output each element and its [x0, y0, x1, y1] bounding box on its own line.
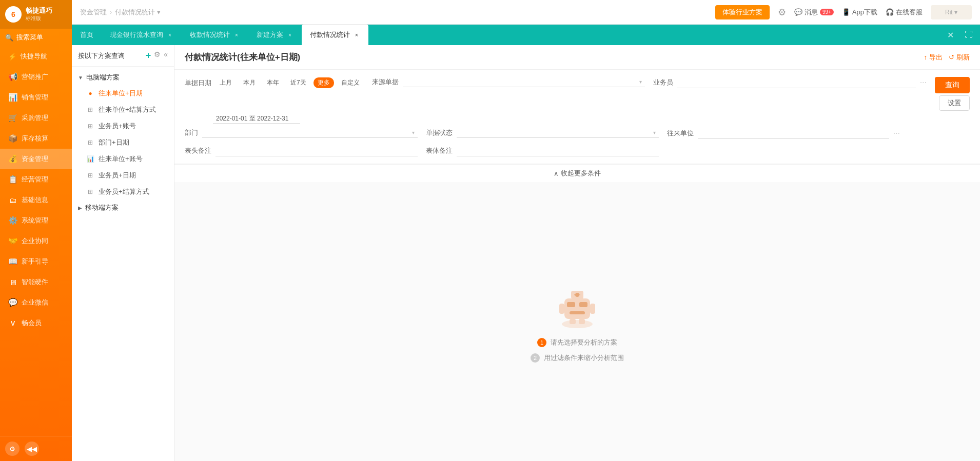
guide-icon: 📖	[8, 257, 17, 266]
scheme-list: ▼ 电脑端方案 ● 往来单位+日期 ⊞ 往来单位+结算方式 ⊞	[72, 67, 174, 461]
content-area: 按以下方案查询 + ⚙ « ▼ 电脑端方案 ●	[72, 45, 980, 461]
sidebar-footer: ⚙ ◀◀	[0, 436, 72, 461]
sidebar-item-guide[interactable]: 📖 新手引导	[0, 251, 72, 272]
collapse-scheme-panel-icon[interactable]: «	[164, 50, 168, 61]
scheme-item-unit-settle[interactable]: ⊞ 往来单位+结算方式	[72, 102, 174, 118]
column-settings-button[interactable]: 设置	[939, 95, 970, 111]
unit-input[interactable]	[698, 128, 889, 139]
tab-receivable[interactable]: 收款情况统计 ×	[182, 25, 248, 45]
sidebar-item-cooperation[interactable]: 🤝 企业协同	[0, 231, 72, 251]
sidebar-item-smart-hw[interactable]: 🖥 智能硬件	[0, 272, 72, 292]
scheme-group-mobile-header[interactable]: ▶ 移动端方案	[72, 200, 174, 215]
breadcrumb-sep: ›	[110, 8, 112, 16]
step-2-num: 2	[531, 353, 540, 363]
sidebar-item-wechat[interactable]: 💬 企业微信	[0, 292, 72, 313]
header-actions: 体验行业方案 ⚙ 💬 消息 99+ 📱 App下载 🎧 在线客服 Rit ▾	[715, 5, 972, 19]
page-title: 付款情况统计(往来单位+日期)	[185, 51, 300, 63]
sidebar-item-operations[interactable]: 📋 经营管理	[0, 169, 72, 190]
tab-payment-stat[interactable]: 付款情况统计 ×	[302, 25, 368, 45]
scheme-item-staff-account[interactable]: ⊞ 业务员+账号	[72, 118, 174, 134]
tab-bank-flow[interactable]: 现金银行流水查询 ×	[102, 25, 182, 45]
online-service-button[interactable]: 🎧 在线客服	[886, 8, 923, 17]
service-icon: 🎧	[886, 8, 894, 16]
search-menu-item[interactable]: 🔍 搜索菜单	[0, 29, 72, 46]
query-button[interactable]: 查询	[935, 77, 970, 93]
app-download-button[interactable]: 📱 App下载	[842, 8, 877, 17]
scheme-item-staff-date[interactable]: ⊞ 业务员+日期	[72, 167, 174, 184]
app-download-label: App下载	[852, 8, 877, 17]
tab-receivable-close[interactable]: ×	[233, 31, 240, 38]
filter-staff-item: 业务员 ···	[653, 77, 927, 88]
filter-row-3: 表头备注 表体备注	[185, 145, 970, 156]
scheme-item-staff-settle[interactable]: ⊞ 业务员+结算方式	[72, 184, 174, 200]
scheme-panel-title: 按以下方案查询	[78, 51, 125, 61]
sidebar-item-capital[interactable]: 💰 资金管理	[0, 149, 72, 169]
staff-input[interactable]	[677, 77, 915, 88]
sidebar-item-basic-info[interactable]: 🗂 基础信息	[0, 190, 72, 210]
collapse-label: 收起更多条件	[561, 169, 601, 178]
tab-home[interactable]: 首页	[72, 25, 102, 45]
date-option-7days[interactable]: 近7天	[286, 77, 310, 89]
body-note-input[interactable]	[457, 145, 659, 156]
sidebar-item-member[interactable]: V 畅会员	[0, 313, 72, 333]
scheme-item-dept-date[interactable]: ⊞ 部门+日期	[72, 134, 174, 151]
collapse-button[interactable]: ∧ 收起更多条件	[554, 169, 601, 178]
collapse-sidebar-icon[interactable]: ◀◀	[25, 442, 39, 456]
tab-maximize-icon[interactable]: ⛶	[962, 28, 976, 42]
scheme-group-desktop-items: ● 往来单位+日期 ⊞ 往来单位+结算方式 ⊞ 业务员+账号 ⊞	[72, 85, 174, 200]
capital-label: 资金管理	[22, 154, 48, 164]
search-menu-label: 搜索菜单	[16, 33, 43, 42]
tab-new-scheme[interactable]: 新建方案 ×	[248, 25, 302, 45]
tab-payment-stat-label: 付款情况统计	[310, 30, 350, 39]
dept-select[interactable]: ▾	[202, 128, 418, 138]
date-option-last-month[interactable]: 上月	[215, 77, 236, 89]
tab-close-all-icon[interactable]: ✕	[943, 28, 957, 42]
user-avatar[interactable]: Rit ▾	[931, 5, 972, 19]
filter-section: 单据日期 上月 本月 本年 近7天 更多 自定义 来源单据	[174, 70, 980, 164]
app-version: 标准版	[26, 15, 52, 22]
date-range-input[interactable]	[213, 114, 300, 124]
header-settings-icon[interactable]: ⚙	[778, 7, 786, 18]
system-icon: ⚙️	[8, 216, 17, 225]
header-note-label: 表头备注	[185, 146, 211, 155]
date-option-this-month[interactable]: 本月	[239, 77, 260, 89]
source-select[interactable]: ▾	[403, 77, 645, 87]
source-filter-label: 来源单据	[372, 77, 399, 87]
tab-bank-flow-close[interactable]: ×	[166, 31, 173, 38]
docstatus-select[interactable]: ▾	[457, 128, 659, 138]
refresh-button[interactable]: ↺ 刷新	[949, 53, 970, 62]
header-note-input[interactable]	[215, 145, 418, 156]
settings-bottom-icon[interactable]: ⚙	[5, 442, 19, 456]
scheme-unit-date-icon: ●	[86, 89, 94, 97]
tab-payment-stat-close[interactable]: ×	[353, 31, 360, 38]
date-option-custom[interactable]: 自定义	[337, 77, 364, 89]
filter-row-1: 单据日期 上月 本月 本年 近7天 更多 自定义 来源单据	[185, 77, 970, 111]
filter-docstatus-item: 单据状态 ▾	[426, 128, 659, 138]
breadcrumb-dropdown[interactable]: 付款情况统计 ▾	[115, 8, 161, 17]
sidebar-item-quick-nav[interactable]: ⚡ 快捷导航	[0, 46, 72, 67]
collapse-bar: ∧ 收起更多条件	[174, 164, 980, 182]
breadcrumb-text: 资金管理	[80, 8, 107, 17]
scheme-group-desktop-header[interactable]: ▼ 电脑端方案	[72, 70, 174, 85]
date-option-this-year[interactable]: 本年	[263, 77, 283, 89]
add-scheme-icon[interactable]: +	[146, 50, 151, 61]
scheme-item-unit-account[interactable]: 📊 往来单位+账号	[72, 151, 174, 167]
sidebar-item-inventory[interactable]: 📦 库存核算	[0, 128, 72, 149]
tab-new-scheme-close[interactable]: ×	[286, 31, 293, 38]
sidebar-item-sales[interactable]: 📊 销售管理	[0, 87, 72, 108]
trial-button[interactable]: 体验行业方案	[715, 5, 770, 19]
filter-source-item: 来源单据 ▾	[372, 77, 645, 87]
sidebar-item-marketing[interactable]: 📢 营销推广	[0, 67, 72, 87]
dept-select-arrow-icon: ▾	[412, 130, 415, 135]
export-button[interactable]: ↑ 导出	[924, 53, 943, 62]
messages-button[interactable]: 💬 消息 99+	[794, 8, 834, 17]
date-option-more[interactable]: 更多	[313, 77, 334, 88]
sidebar-item-system[interactable]: ⚙️ 系统管理	[0, 210, 72, 231]
scheme-staff-date-icon: ⊞	[86, 171, 94, 179]
scheme-unit-account-label: 往来单位+账号	[99, 154, 143, 164]
scheme-item-unit-date[interactable]: ● 往来单位+日期	[72, 85, 174, 102]
sidebar-item-purchase[interactable]: 🛒 采购管理	[0, 108, 72, 128]
scheme-settings-icon[interactable]: ⚙	[154, 50, 161, 61]
staff-more-icon[interactable]: ···	[920, 78, 927, 87]
unit-more-icon[interactable]: ···	[893, 129, 900, 138]
